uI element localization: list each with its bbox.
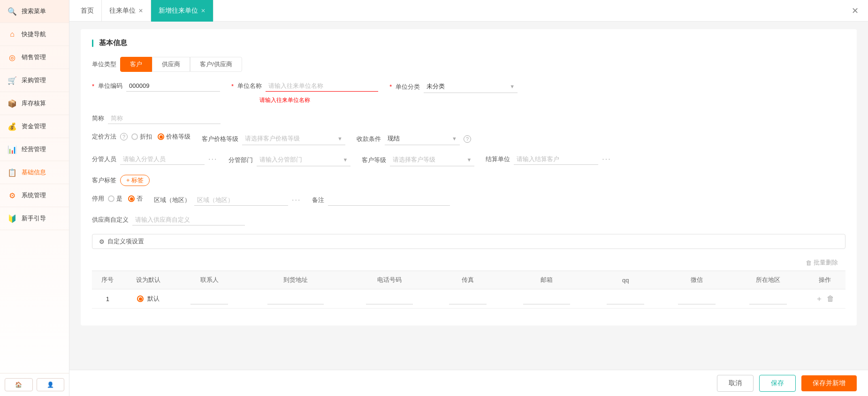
department-select[interactable]: 请输入分管部门 ▼ — [257, 154, 350, 166]
contacts-table-section: 🗑 批量删除 序号 设为默认 联系人 到货地址 电话号码 传真 邮箱 — [92, 255, 845, 316]
row-phone-input[interactable] — [346, 289, 433, 309]
row-wechat-input[interactable] — [661, 289, 732, 309]
table-toolbar: 🗑 批量删除 — [92, 255, 845, 271]
custom-settings-button[interactable]: ⚙ 自定义项设置 — [92, 234, 845, 249]
section-title-bar — [92, 39, 93, 47]
col-phone: 电话号码 — [346, 271, 433, 289]
tab-home-label: 首页 — [81, 7, 94, 15]
sidebar-item-purchase[interactable]: 🛒 采购管理 — [0, 69, 69, 92]
unit-category-select[interactable]: 未分类 ▼ — [424, 80, 518, 93]
row-delete-icon[interactable]: 🗑 — [827, 295, 834, 303]
sidebar-item-quick-nav[interactable]: ⌂ 快捷导航 — [0, 23, 69, 46]
short-name-input[interactable] — [108, 113, 221, 124]
unit-name-field: * 单位名称 请输入往来单位名称 — [231, 80, 378, 104]
section-title-text: 基本信息 — [99, 39, 127, 47]
payment-terms-label: 收款条件 — [357, 135, 381, 143]
batch-delete-button[interactable]: 🗑 批量删除 — [806, 258, 838, 267]
tab-new-counterparty-close[interactable]: ✕ — [201, 8, 206, 14]
row-qq-input[interactable] — [590, 289, 661, 309]
delete-icon: 🗑 — [806, 259, 812, 266]
col-contact: 联系人 — [174, 271, 245, 289]
remark-field: 备注 — [312, 194, 450, 206]
disabled-yes-label: 是 — [116, 194, 122, 203]
save-new-button[interactable]: 保存并新增 — [801, 375, 857, 391]
sidebar-item-inventory[interactable]: 📦 库存核算 — [0, 92, 69, 115]
supplier-custom-input[interactable] — [132, 214, 245, 225]
sidebar-item-basic-info[interactable]: 📋 基础信息 — [0, 161, 69, 184]
tab-counterparty[interactable]: 往来单位 ✕ — [102, 0, 151, 22]
pricing-price-level-radio[interactable]: 价格等级 — [158, 132, 190, 141]
bottom-bar: 取消 保存 保存并新增 — [69, 370, 868, 396]
row-contact-input[interactable] — [174, 289, 245, 309]
settlement-unit-label: 结算单位 — [486, 155, 510, 163]
unit-type-customer-btn[interactable]: 客户 — [120, 57, 152, 72]
payment-terms-select[interactable]: 现结 ▼ — [385, 132, 460, 145]
payment-terms-field: 收款条件 现结 ▼ ? — [357, 132, 471, 145]
customer-tag-row: 客户标签 + 标签 — [92, 175, 845, 186]
sidebar-item-sales[interactable]: ◎ 销售管理 — [0, 46, 69, 69]
unit-type-group: 客户 供应商 客户/供应商 — [120, 57, 242, 72]
short-name-field: 简称 — [92, 113, 221, 124]
finance-icon: 💰 — [8, 122, 17, 131]
short-name-label: 简称 — [92, 114, 104, 123]
remark-label: 备注 — [312, 196, 324, 204]
row-address-input[interactable] — [245, 289, 346, 309]
custom-settings-label: 自定义项设置 — [107, 237, 144, 246]
supplier-custom-label: 供应商自定义 — [92, 216, 129, 224]
cancel-button[interactable]: 取消 — [717, 375, 754, 392]
sidebar-item-guide[interactable]: 🔰 新手引导 — [0, 207, 69, 230]
pricing-price-level-radio-dot — [160, 135, 163, 139]
pricing-discount-radio[interactable]: 折扣 — [131, 132, 152, 141]
contacts-table: 序号 设为默认 联系人 到货地址 电话号码 传真 邮箱 qq 微信 所在地区 操… — [92, 271, 845, 309]
purchase-icon: 🛒 — [8, 76, 17, 85]
unit-name-input[interactable] — [266, 80, 378, 92]
customer-price-level-placeholder: 请选择客户价格等级 — [245, 134, 300, 143]
region-input[interactable] — [194, 194, 288, 206]
customer-level-select[interactable]: 请选择客户等级 ▼ — [390, 154, 474, 166]
tab-counterparty-close[interactable]: ✕ — [138, 8, 143, 14]
sidebar-home-btn[interactable]: 🏠 — [5, 378, 33, 391]
settlement-unit-more-btn[interactable]: ··· — [602, 155, 611, 163]
row-region-input[interactable] — [732, 289, 804, 309]
customer-price-level-select[interactable]: 请选择客户价格等级 ▼ — [242, 132, 345, 145]
disabled-no-radio-circle — [128, 195, 135, 202]
region-label: 区域（地区） — [154, 196, 190, 204]
unit-type-supplier-btn[interactable]: 供应商 — [152, 57, 190, 72]
sidebar-item-system[interactable]: ⚙ 系统管理 — [0, 184, 69, 207]
close-all-tabs-button[interactable]: ✕ — [846, 6, 864, 16]
manager-more-btn[interactable]: ··· — [208, 155, 217, 163]
region-more-btn[interactable]: ··· — [292, 196, 301, 204]
unit-type-both-btn[interactable]: 客户/供应商 — [190, 57, 242, 72]
save-button[interactable]: 保存 — [759, 375, 796, 392]
customer-tag-field: 客户标签 + 标签 — [92, 175, 150, 186]
payment-terms-value: 现结 — [388, 134, 400, 143]
tab-new-counterparty[interactable]: 新增往来单位 ✕ — [151, 0, 213, 22]
remark-input[interactable] — [328, 194, 450, 206]
customer-tag-label: 客户标签 — [92, 176, 116, 185]
row-email-input[interactable] — [503, 289, 590, 309]
unit-type-row: 单位类型 客户 供应商 客户/供应商 — [92, 57, 845, 72]
pricing-method-help-icon[interactable]: ? — [120, 133, 128, 140]
sidebar-item-label: 资金管理 — [22, 122, 46, 131]
table-row: 1 默认 — [92, 289, 845, 309]
sidebar-item-finance[interactable]: 💰 资金管理 — [0, 115, 69, 138]
row-default-checkbox[interactable]: 默认 — [123, 289, 174, 309]
pricing-price-level-label: 价格等级 — [166, 132, 190, 141]
sidebar-settings-btn[interactable]: 👤 — [37, 378, 65, 391]
manager-input[interactable] — [120, 154, 205, 165]
sidebar-item-operation[interactable]: 📊 经营管理 — [0, 138, 69, 161]
gear-icon: ⚙ — [99, 238, 105, 245]
tab-bar: 首页 往来单位 ✕ 新增往来单位 ✕ ✕ — [69, 0, 868, 22]
tab-new-counterparty-label: 新增往来单位 — [159, 7, 198, 15]
payment-terms-help-icon[interactable]: ? — [464, 135, 471, 143]
sidebar-item-search[interactable]: 🔍 搜索菜单 — [0, 0, 69, 23]
unit-code-input[interactable] — [126, 80, 220, 92]
row-fax-input[interactable] — [432, 289, 503, 309]
disabled-yes-radio[interactable]: 是 — [108, 194, 122, 203]
add-tag-button[interactable]: + 标签 — [120, 175, 150, 186]
operation-icon: 📊 — [8, 145, 17, 154]
settlement-unit-input[interactable] — [514, 154, 598, 165]
tab-home[interactable]: 首页 — [73, 0, 102, 22]
disabled-no-radio[interactable]: 否 — [128, 194, 143, 203]
row-add-icon[interactable]: ＋ — [815, 294, 823, 304]
